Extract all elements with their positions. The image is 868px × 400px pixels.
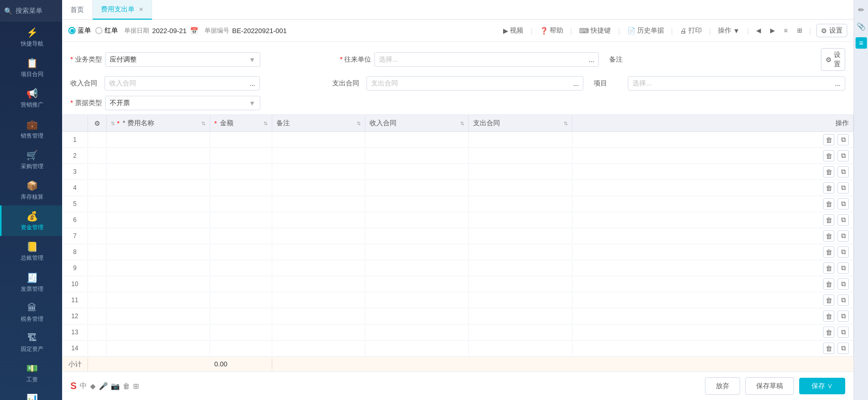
- td-name[interactable]: [107, 293, 210, 307]
- td-amount[interactable]: [210, 325, 272, 339]
- draft-button[interactable]: 保存草稿: [745, 377, 794, 395]
- settings-btn[interactable]: ⚙ 设置: [816, 24, 847, 37]
- income-contract-select[interactable]: 收入合同 ...: [105, 76, 260, 91]
- right-panel-edit-btn[interactable]: ✏: [856, 4, 867, 16]
- td-note[interactable]: [272, 309, 365, 323]
- td-note[interactable]: [272, 245, 365, 259]
- right-panel-active-btn[interactable]: ≡: [856, 37, 867, 49]
- row-delete-btn[interactable]: 🗑: [823, 246, 834, 258]
- td-income[interactable]: [365, 261, 469, 275]
- discard-button[interactable]: 放弃: [705, 377, 740, 395]
- td-income[interactable]: [365, 277, 469, 291]
- td-note[interactable]: [272, 213, 365, 227]
- row-copy-btn[interactable]: ⧉: [837, 310, 849, 322]
- footer-icon-trash[interactable]: 🗑: [123, 382, 130, 390]
- sidebar-item-sales-mgmt[interactable]: 💼 销售管理: [0, 114, 62, 144]
- sidebar-search[interactable]: 🔍 搜索菜单: [0, 0, 62, 22]
- row-delete-btn[interactable]: 🗑: [823, 262, 834, 274]
- td-income[interactable]: [365, 165, 469, 179]
- th-gear[interactable]: ⚙: [88, 115, 107, 131]
- td-amount[interactable]: [210, 309, 272, 323]
- tab-expense[interactable]: 费用支出单✕: [93, 0, 152, 20]
- td-note[interactable]: [272, 229, 365, 243]
- ops-btn[interactable]: 操作 ▼: [716, 25, 742, 36]
- sidebar-item-inventory[interactable]: 📦 库存核算: [0, 175, 62, 205]
- td-amount[interactable]: [210, 181, 272, 195]
- td-expense[interactable]: [469, 165, 572, 179]
- td-amount[interactable]: [210, 277, 272, 291]
- view-list-btn[interactable]: ≡: [782, 26, 790, 35]
- sidebar-item-salary[interactable]: 💵 工资: [0, 358, 62, 388]
- row-copy-btn[interactable]: ⧉: [837, 278, 849, 290]
- td-expense[interactable]: [469, 197, 572, 211]
- td-amount[interactable]: [210, 261, 272, 275]
- row-copy-btn[interactable]: ⧉: [837, 343, 849, 354]
- td-name[interactable]: [107, 197, 210, 211]
- td-income[interactable]: [365, 213, 469, 227]
- td-note[interactable]: [272, 341, 365, 355]
- row-copy-btn[interactable]: ⧉: [837, 327, 849, 338]
- td-expense[interactable]: [469, 245, 572, 259]
- td-income[interactable]: [365, 245, 469, 259]
- partner-select[interactable]: 选择... ...: [374, 52, 599, 67]
- footer-icon-mic[interactable]: 🎤: [99, 382, 108, 390]
- td-income[interactable]: [365, 229, 469, 243]
- td-expense[interactable]: [469, 341, 572, 355]
- row-delete-btn[interactable]: 🗑: [823, 327, 834, 338]
- right-panel-clip-btn[interactable]: 📎: [856, 21, 867, 32]
- row-delete-btn[interactable]: 🗑: [823, 278, 834, 290]
- td-name[interactable]: [107, 277, 210, 291]
- footer-icon-grid[interactable]: ⊞: [133, 382, 139, 390]
- sidebar-item-invoice-mgmt[interactable]: 🧾 发票管理: [0, 267, 62, 298]
- td-income[interactable]: [365, 132, 469, 147]
- sort-icon-2[interactable]: ⇅: [201, 121, 205, 126]
- row-delete-btn[interactable]: 🗑: [823, 166, 834, 177]
- row-copy-btn[interactable]: ⧉: [837, 230, 849, 242]
- row-copy-btn[interactable]: ⧉: [837, 262, 849, 274]
- sidebar-item-accounting[interactable]: 📒 总账管理: [0, 236, 62, 266]
- sort-icon-4[interactable]: ⇅: [357, 121, 361, 126]
- td-amount[interactable]: [210, 245, 272, 259]
- td-expense[interactable]: [469, 325, 572, 339]
- td-name[interactable]: [107, 165, 210, 179]
- td-name[interactable]: [107, 261, 210, 275]
- td-income[interactable]: [365, 325, 469, 339]
- row-delete-btn[interactable]: 🗑: [823, 150, 834, 161]
- td-name[interactable]: [107, 245, 210, 259]
- td-income[interactable]: [365, 309, 469, 323]
- td-expense[interactable]: [469, 309, 572, 323]
- project-select[interactable]: 选择... ...: [628, 76, 845, 91]
- row-delete-btn[interactable]: 🗑: [823, 230, 834, 242]
- history-btn[interactable]: 📄 历史单据: [625, 25, 666, 36]
- row-delete-btn[interactable]: 🗑: [823, 343, 834, 354]
- td-expense[interactable]: [469, 261, 572, 275]
- business-type-select[interactable]: 应付调整 ▼: [105, 52, 260, 67]
- td-name[interactable]: [107, 341, 210, 355]
- sidebar-item-capital-mgmt[interactable]: 💰 资金管理: [0, 205, 62, 236]
- row-delete-btn[interactable]: 🗑: [823, 134, 834, 145]
- td-expense[interactable]: [469, 277, 572, 291]
- expense-contract-select[interactable]: 支出合同 ...: [366, 76, 584, 91]
- td-expense[interactable]: [469, 293, 572, 307]
- row-copy-btn[interactable]: ⧉: [837, 182, 849, 194]
- row-delete-btn[interactable]: 🗑: [823, 198, 834, 210]
- td-amount[interactable]: [210, 197, 272, 211]
- sort-icon-5[interactable]: ⇅: [460, 121, 464, 126]
- invoice-type-select[interactable]: 不开票 ▼: [105, 96, 260, 110]
- video-btn[interactable]: ▶ 视频: [501, 25, 525, 36]
- td-amount[interactable]: [210, 165, 272, 179]
- tab-close-expense[interactable]: ✕: [139, 6, 143, 13]
- sort-icon-1[interactable]: ⇅: [111, 121, 115, 126]
- sidebar-item-fixed-assets[interactable]: 🏗 固定资产: [0, 328, 62, 358]
- sidebar-item-ops-mgmt[interactable]: 📊 经营管理: [0, 388, 62, 400]
- td-expense[interactable]: [469, 181, 572, 195]
- td-income[interactable]: [365, 293, 469, 307]
- row-copy-btn[interactable]: ⧉: [837, 198, 849, 210]
- td-expense[interactable]: [469, 132, 572, 147]
- row-delete-btn[interactable]: 🗑: [823, 214, 834, 226]
- td-note[interactable]: [272, 181, 365, 195]
- td-amount[interactable]: [210, 149, 272, 163]
- row-copy-btn[interactable]: ⧉: [837, 150, 849, 161]
- row-copy-btn[interactable]: ⧉: [837, 246, 849, 258]
- footer-icon-camera[interactable]: 📷: [111, 382, 120, 390]
